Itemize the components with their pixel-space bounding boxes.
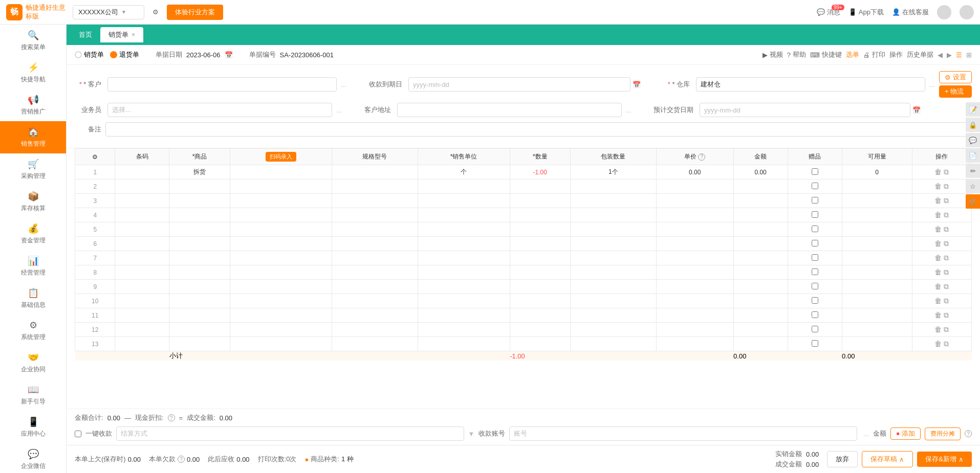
cell-amount[interactable]: [733, 280, 788, 294]
settle-method-input[interactable]: 结算方式: [116, 426, 464, 441]
cell-product[interactable]: [169, 323, 230, 337]
cell-pkg-qty[interactable]: [570, 308, 656, 323]
sidebar-item-guide[interactable]: 📖 新手引导: [0, 379, 66, 411]
radio-sales[interactable]: 销货单: [75, 50, 104, 59]
cell-amount[interactable]: [733, 265, 788, 280]
cell-spec[interactable]: [332, 222, 418, 237]
action-print[interactable]: 🖨 打印: [863, 50, 885, 59]
cell-pkg-qty[interactable]: [570, 237, 656, 251]
cell-product[interactable]: [169, 251, 230, 265]
cell-product[interactable]: [169, 280, 230, 294]
cell-product[interactable]: [169, 179, 230, 194]
delete-icon[interactable]: 🗑: [934, 297, 942, 305]
cell-spec[interactable]: [332, 251, 418, 265]
sidebar-item-marketing[interactable]: 📢 营销推广: [0, 89, 66, 121]
customer-addr-input[interactable]: [397, 103, 622, 117]
cell-spec[interactable]: [332, 237, 418, 251]
app-download-button[interactable]: 📱 App下载: [848, 8, 884, 17]
arrear-help-icon[interactable]: ?: [178, 456, 185, 463]
cell-gift[interactable]: [788, 179, 842, 194]
copy-icon[interactable]: ⧉: [944, 268, 949, 277]
sidebar-item-basic[interactable]: 📋 基础信息: [0, 282, 66, 314]
cell-pkg-qty[interactable]: [570, 222, 656, 237]
cell-gift[interactable]: [788, 323, 842, 337]
cell-pkg-qty[interactable]: [570, 265, 656, 280]
tab-close-icon[interactable]: ×: [132, 31, 135, 38]
cell-amount[interactable]: [733, 337, 788, 351]
receive-calendar-icon[interactable]: 📅: [633, 81, 641, 88]
float-item-1[interactable]: 📝: [966, 102, 980, 117]
action-help[interactable]: ? 帮助: [787, 50, 806, 59]
delete-icon[interactable]: 🗑: [934, 340, 942, 348]
cell-qty[interactable]: [510, 237, 570, 251]
delete-icon[interactable]: 🗑: [934, 254, 942, 262]
cell-pkg-qty[interactable]: [570, 251, 656, 265]
copy-icon[interactable]: ⧉: [944, 282, 949, 291]
avatar2[interactable]: [960, 5, 974, 19]
receive-date-input[interactable]: yyyy-mm-dd: [408, 77, 630, 92]
delivery-calendar-icon[interactable]: 📅: [912, 106, 921, 114]
customer-input[interactable]: [107, 77, 337, 92]
cell-pkg-qty[interactable]: 1个: [570, 165, 656, 179]
cell-gift[interactable]: [788, 280, 842, 294]
cell-pkg-qty[interactable]: [570, 323, 656, 337]
cell-product[interactable]: 拆货: [169, 165, 230, 179]
salesman-dots[interactable]: ...: [336, 106, 342, 114]
cell-price[interactable]: [656, 222, 733, 237]
cell-spec[interactable]: [332, 337, 418, 351]
cell-spec[interactable]: [332, 308, 418, 323]
copy-icon[interactable]: ⧉: [944, 239, 949, 248]
cell-price[interactable]: [656, 308, 733, 323]
cell-barcode[interactable]: [115, 294, 169, 308]
cell-gift[interactable]: [788, 265, 842, 280]
cell-unit[interactable]: [418, 251, 510, 265]
cell-spec[interactable]: [332, 165, 418, 179]
expense-help-icon[interactable]: ?: [965, 430, 972, 437]
delete-icon[interactable]: 🗑: [934, 239, 942, 248]
delete-icon[interactable]: 🗑: [934, 196, 942, 205]
cell-spec[interactable]: [332, 280, 418, 294]
cell-product[interactable]: [169, 208, 230, 222]
cell-amount[interactable]: [733, 208, 788, 222]
cell-price[interactable]: [656, 337, 733, 351]
cell-gift[interactable]: [788, 222, 842, 237]
cell-qty[interactable]: [510, 265, 570, 280]
cell-gift[interactable]: [788, 208, 842, 222]
cell-barcode[interactable]: [115, 308, 169, 323]
cell-qty[interactable]: [510, 294, 570, 308]
one-click-collect-checkbox[interactable]: [75, 431, 81, 437]
delete-icon[interactable]: 🗑: [934, 282, 942, 291]
delete-icon[interactable]: 🗑: [934, 311, 942, 320]
delete-icon[interactable]: 🗑: [934, 325, 942, 334]
float-item-3[interactable]: 💬: [966, 133, 980, 147]
cell-barcode[interactable]: [115, 165, 169, 179]
calendar-icon[interactable]: 📅: [225, 51, 233, 59]
cell-barcode[interactable]: [115, 194, 169, 208]
salesman-input[interactable]: 选择...: [107, 103, 332, 117]
sidebar-item-appstore[interactable]: 📱 应用中心: [0, 411, 66, 443]
cell-spec[interactable]: [332, 323, 418, 337]
tab-sales-order[interactable]: 销货单 ×: [100, 27, 143, 42]
cell-qty[interactable]: [510, 208, 570, 222]
sidebar-item-purchase[interactable]: 🛒 采购管理: [0, 153, 66, 186]
cell-qty[interactable]: -1.00: [510, 165, 570, 179]
company-selector[interactable]: XXXXXX公司 ▼: [73, 5, 144, 19]
cell-gift[interactable]: [788, 165, 842, 179]
cell-unit[interactable]: [418, 179, 510, 194]
cell-amount[interactable]: [733, 194, 788, 208]
grid-view-icon[interactable]: ⊞: [966, 51, 972, 59]
cell-amount[interactable]: [733, 251, 788, 265]
float-item-2[interactable]: 🔒: [966, 118, 980, 132]
sidebar-item-finance[interactable]: 💰 资金管理: [0, 218, 66, 250]
scan-btn[interactable]: 扫码录入: [266, 152, 296, 162]
logistics-btn[interactable]: + 物流: [939, 85, 972, 98]
delivery-date-input[interactable]: yyyy-mm-dd: [700, 103, 910, 117]
online-service-button[interactable]: 👤 在线客服: [892, 8, 929, 17]
cell-product[interactable]: [169, 237, 230, 251]
copy-icon[interactable]: ⧉: [944, 325, 949, 334]
cell-barcode[interactable]: [115, 251, 169, 265]
cell-price[interactable]: [656, 265, 733, 280]
cell-unit[interactable]: [418, 308, 510, 323]
customer-dots[interactable]: ...: [341, 81, 346, 88]
cell-pkg-qty[interactable]: [570, 179, 656, 194]
